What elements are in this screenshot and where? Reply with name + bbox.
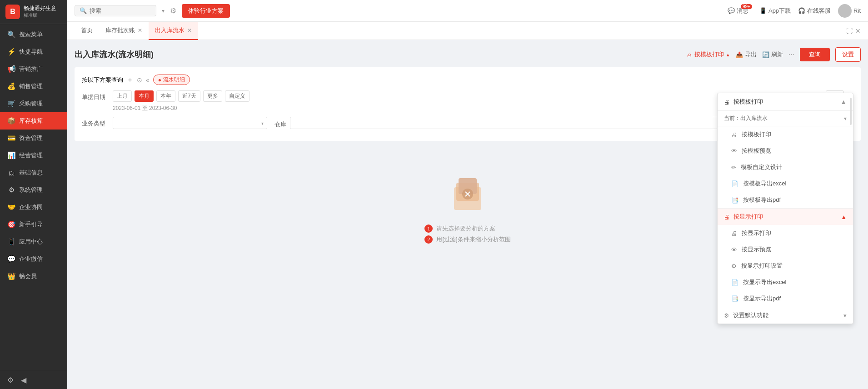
date-filter-label: 单据日期 <box>82 90 105 101</box>
dropdown-item-display-preview[interactable]: 👁 按显示预览 <box>718 241 853 258</box>
dropdown-item-template-pdf[interactable]: 📑 按模板导出pdf <box>718 192 853 208</box>
sidebar-item-operations[interactable]: 📊 经营管理 <box>0 147 67 164</box>
dropdown-footer[interactable]: ⚙ 设置默认功能 ▾ <box>718 307 853 324</box>
dropdown-display-section: 🖨 按显示打印 ▲ 🖨 按显示打印 👁 按显示预览 ⚙ <box>718 208 853 307</box>
sidebar-item-quicknav[interactable]: ⚡ 快捷导航 <box>0 43 67 60</box>
dropdown-up-icon[interactable]: ▲ <box>840 98 847 105</box>
excel-icon: 📄 <box>731 180 738 187</box>
sidebar-item-basics[interactable]: 🗂 基础信息 <box>0 164 67 181</box>
refresh-button[interactable]: 🔄 刷新 <box>762 50 783 59</box>
type-filter-label: 业务类型 <box>82 117 105 128</box>
sidebar-item-label: 搜索菜单 <box>19 30 43 39</box>
dropdown-scrollbar[interactable] <box>850 98 852 125</box>
step-2-num: 2 <box>424 235 433 244</box>
tab-batch[interactable]: 库存批次账 ✕ <box>99 22 149 40</box>
dropdown-current[interactable]: 当前：出入库流水 ▾ <box>718 111 853 126</box>
query-button[interactable]: 查询 <box>800 48 830 61</box>
print-template-button[interactable]: 🖨 按模板打印 ▲ <box>687 50 730 59</box>
filter-collapse-icon[interactable]: « <box>146 76 150 84</box>
dropdown-item-template-excel[interactable]: 📄 按模板导出excel <box>718 175 853 192</box>
online-service-button[interactable]: 🎧 在线客服 <box>798 7 831 15</box>
topbar-gear-icon[interactable]: ⚙ <box>170 6 176 15</box>
dropdown-item-display-excel[interactable]: 📄 按显示导出excel <box>718 274 853 290</box>
dropdown-item-template-preview[interactable]: 👁 按模板预览 <box>718 143 853 159</box>
tab-expand-icon[interactable]: ✕ <box>855 27 861 35</box>
sidebar-item-wechat[interactable]: 💬 企业微信 <box>0 250 67 268</box>
display-print-icon: 🖨 <box>724 214 730 220</box>
industry-solution-button[interactable]: 体验行业方案 <box>182 4 230 18</box>
dropdown-template-pdf-label: 按模板导出pdf <box>743 196 781 204</box>
date-btn-more[interactable]: 更多 <box>203 90 222 102</box>
print-template-label: 按模板打印 <box>694 50 724 59</box>
tab-flow[interactable]: 出入库流水 ✕ <box>149 22 198 40</box>
app-download-button[interactable]: 📱 App下载 <box>759 7 791 15</box>
tab-batch-close-icon[interactable]: ✕ <box>138 27 142 34</box>
sidebar-item-label: 新手引导 <box>19 220 43 229</box>
type-select-wrapper: ▾ <box>113 117 267 129</box>
empty-step-1: 1 请先选择要分析的方案 <box>424 224 510 233</box>
topbar-search-box[interactable]: 🔍 <box>75 5 156 16</box>
sidebar-item-label: 基础信息 <box>19 169 43 177</box>
date-btn-lastmonth[interactable]: 上月 <box>113 90 132 102</box>
dropdown-display-section-title: 按显示打印 <box>733 213 763 221</box>
member-icon: 👑 <box>7 272 15 280</box>
sidebar-item-label: 营销推广 <box>19 65 43 73</box>
dropdown-display-preview-label: 按显示预览 <box>742 245 771 254</box>
sales-icon: 💰 <box>7 82 15 90</box>
tab-home[interactable]: 首页 <box>75 22 99 40</box>
message-button[interactable]: 💬 消息 99+ <box>728 7 748 15</box>
sidebar-item-system[interactable]: ⚙ 系统管理 <box>0 181 67 199</box>
logo-title: 畅捷通好生意 <box>24 5 56 12</box>
settings-button[interactable]: 设置 <box>835 47 861 62</box>
filter-setting-icon[interactable]: ⊙ <box>137 76 142 84</box>
dropdown-display-section-header[interactable]: 🖨 按显示打印 ▲ <box>718 209 853 225</box>
sidebar-item-search[interactable]: 🔍 搜索菜单 <box>0 26 67 43</box>
tab-maximize-icon[interactable]: ⛶ <box>846 27 853 35</box>
print-chevron-up-icon: ▲ <box>726 52 730 57</box>
dropdown-template-print-label: 按模板打印 <box>742 130 771 139</box>
date-btn-thisyear[interactable]: 本年 <box>156 90 175 102</box>
sidebar-item-sales[interactable]: 💰 销售管理 <box>0 78 67 95</box>
basics-icon: 🗂 <box>7 169 15 177</box>
sidebar-item-finance[interactable]: 💳 资金管理 <box>0 130 67 147</box>
search-input[interactable] <box>90 7 144 14</box>
display-pdf-icon: 📑 <box>731 295 738 302</box>
avatar <box>838 4 852 18</box>
dropdown-display-print-label: 按显示打印 <box>742 229 771 237</box>
display-settings-icon: ⚙ <box>731 263 737 269</box>
dropdown-item-display-print[interactable]: 🖨 按显示打印 <box>718 225 853 241</box>
sidebar-item-purchase[interactable]: 🛒 采购管理 <box>0 95 67 112</box>
dropdown-display-collapse-icon[interactable]: ▲ <box>841 214 847 220</box>
page-content-area: 出入库流水(流水明细) 🖨 按模板打印 ▲ 📤 导出 🔄 刷新 <box>75 47 861 271</box>
sidebar-item-marketing[interactable]: 📢 营销推广 <box>0 60 67 78</box>
print-dropdown-panel: 🖨 按模板打印 ▲ 当前：出入库流水 ▾ 🖨 按模板打印 👁 按模板预览 <box>717 93 853 324</box>
more-icon[interactable]: ··· <box>788 50 794 59</box>
sidebar-item-appcenter[interactable]: 📱 应用中心 <box>0 233 67 250</box>
message-badge: 99+ <box>741 4 752 9</box>
settings-icon[interactable]: ⚙ <box>7 376 14 384</box>
date-btn-7days[interactable]: 近7天 <box>178 90 200 102</box>
sidebar-item-member[interactable]: 👑 畅会员 <box>0 268 67 285</box>
dropdown-item-display-settings[interactable]: ⚙ 按显示打印设置 <box>718 258 853 274</box>
filter-header-label: 按以下方案查询 <box>82 76 123 84</box>
sidebar-item-enterprise[interactable]: 🤝 企业协同 <box>0 199 67 216</box>
sidebar-item-inventory[interactable]: 📦 库存核算 <box>0 112 67 130</box>
operations-icon: 📊 <box>7 151 15 160</box>
dropdown-item-template-design[interactable]: ✏ 模板自定义设计 <box>718 159 853 175</box>
date-btn-custom[interactable]: 自定义 <box>225 90 249 102</box>
collapse-sidebar-icon[interactable]: ◀ <box>21 376 26 384</box>
date-btn-thismonth[interactable]: 本月 <box>135 90 154 102</box>
filter-add-icon[interactable]: ＋ <box>127 76 133 84</box>
tab-flow-close-icon[interactable]: ✕ <box>187 27 192 34</box>
export-button[interactable]: 📤 导出 <box>736 50 757 59</box>
user-avatar-area[interactable]: Rit <box>838 4 861 18</box>
type-select[interactable] <box>113 117 267 129</box>
topbar-right-area: 💬 消息 99+ 📱 App下载 🎧 在线客服 Rit <box>728 4 861 18</box>
dropdown-item-display-pdf[interactable]: 📑 按显示导出pdf <box>718 290 853 307</box>
sidebar-item-newguide[interactable]: 🎯 新手引导 <box>0 216 67 233</box>
app-icon: 📱 <box>7 238 15 246</box>
dropdown-display-settings-label: 按显示打印设置 <box>741 262 783 270</box>
dropdown-item-template-print[interactable]: 🖨 按模板打印 <box>718 126 853 143</box>
date-filters: 上月 本月 本年 近7天 更多 自定义 2023-06-01 至 2023-06… <box>113 90 249 112</box>
filter-tag[interactable]: ● 流水明细 <box>153 75 190 85</box>
